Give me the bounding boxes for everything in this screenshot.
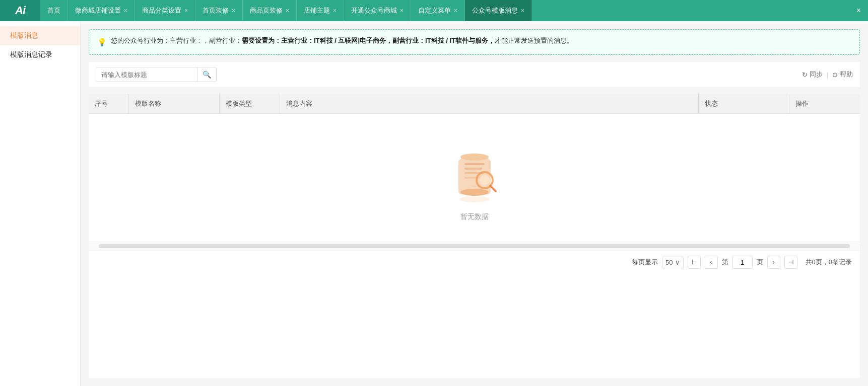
nav-tab-store-theme[interactable]: 店铺主题× <box>297 0 344 21</box>
data-table: 序号模版名称模版类型消息内容状态操作 <box>89 94 860 378</box>
sidebar-item-template-msg[interactable]: 模版消息 <box>0 26 80 45</box>
search-input-wrap: 🔍 <box>96 67 217 82</box>
tab-close-icon[interactable]: × <box>400 7 404 14</box>
notice-highlight: 需要设置为：主营行业：IT科技 / 互联网|电子商务，副营行业：IT科技 / I… <box>242 37 495 44</box>
tab-label: 公众号模版消息 <box>472 6 518 15</box>
main-layout: 模版消息模版消息记录 💡 您的公众号行业为：主营行业：，副营行业：需要设置为：主… <box>0 21 868 386</box>
nav-tab-micro-store[interactable]: 微商城店铺设置× <box>68 0 135 21</box>
tab-label: 商品分类设置 <box>142 6 181 15</box>
empty-icon <box>444 144 505 204</box>
global-close-button[interactable]: × <box>849 0 868 21</box>
logo-text: Ai <box>15 4 25 17</box>
table-col-status: 状态 <box>699 94 789 113</box>
next-page-button[interactable]: › <box>767 256 780 269</box>
tab-label: 店铺主题 <box>304 6 330 15</box>
table-col-index: 序号 <box>89 94 129 113</box>
horizontal-scrollbar[interactable] <box>99 244 850 248</box>
tab-label: 首页 <box>47 6 60 15</box>
empty-text: 暂无数据 <box>460 212 489 221</box>
notice-prefix: 您的公众号行业为：主营行业：，副营行业： <box>111 37 242 44</box>
nav-tab-product-decor[interactable]: 商品页装修× <box>243 0 297 21</box>
tab-close-icon[interactable]: × <box>124 7 127 14</box>
svg-line-11 <box>490 186 496 191</box>
scrollbar-area <box>89 242 860 250</box>
table-col-type: 模版类型 <box>220 94 280 113</box>
empty-state: 暂无数据 <box>89 114 860 242</box>
svg-point-3 <box>460 153 489 161</box>
help-label: 帮助 <box>840 70 853 79</box>
nav-tab-open-mall[interactable]: 开通公众号商城× <box>344 0 411 21</box>
page-size-select[interactable]: 50 ∨ <box>662 257 683 268</box>
page-number-input[interactable] <box>732 256 753 269</box>
nav-tab-category[interactable]: 商品分类设置× <box>135 0 195 21</box>
first-page-button[interactable]: ⊢ <box>688 256 701 269</box>
tab-close-icon[interactable]: × <box>521 7 524 14</box>
sync-icon: ↻ <box>802 71 808 79</box>
svg-point-4 <box>460 189 489 196</box>
table-col-name: 模版名称 <box>129 94 220 113</box>
nav-tab-home-decor[interactable]: 首页装修× <box>195 0 243 21</box>
search-input[interactable] <box>96 68 197 82</box>
content-area: 💡 您的公众号行业为：主营行业：，副营行业：需要设置为：主营行业：IT科技 / … <box>81 21 868 386</box>
notice-icon: 💡 <box>97 36 107 48</box>
chevron-down-icon: ∨ <box>675 259 680 266</box>
tab-close-icon[interactable]: × <box>286 7 289 14</box>
help-button[interactable]: ⊙ 帮助 <box>832 70 853 79</box>
nav-tab-custom-menu[interactable]: 自定义菜单× <box>411 0 465 21</box>
tab-label: 自定义菜单 <box>418 6 451 15</box>
table-header: 序号模版名称模版类型消息内容状态操作 <box>89 94 860 114</box>
sync-button[interactable]: ↻ 同步 <box>802 70 823 79</box>
nav-tab-template-msg[interactable]: 公众号模版消息× <box>465 0 532 21</box>
svg-rect-2 <box>460 157 489 192</box>
table-col-action: 操作 <box>789 94 860 113</box>
page-size-value: 50 <box>665 259 673 266</box>
help-icon: ⊙ <box>832 71 838 79</box>
tab-close-icon[interactable]: × <box>333 7 337 14</box>
nav-tab-home[interactable]: 首页 <box>40 0 68 21</box>
tab-label: 开通公众号商城 <box>351 6 397 15</box>
tab-close-icon[interactable]: × <box>454 7 457 14</box>
tab-label: 首页装修 <box>203 6 229 15</box>
page-size-label: 每页显示 <box>632 258 658 267</box>
tab-label: 商品页装修 <box>250 6 283 15</box>
notice-text: 您的公众号行业为：主营行业：，副营行业：需要设置为：主营行业：IT科技 / 互联… <box>111 36 573 46</box>
nav-tabs: 首页微商城店铺设置×商品分类设置×首页装修×商品页装修×店铺主题×开通公众号商城… <box>40 0 849 21</box>
app-logo: Ai <box>0 0 40 21</box>
search-actions: ↻ 同步 | ⊙ 帮助 <box>802 70 853 79</box>
notice-box: 💡 您的公众号行业为：主营行业：，副营行业：需要设置为：主营行业：IT科技 / … <box>89 29 860 55</box>
tab-close-icon[interactable]: × <box>184 7 188 14</box>
search-icon: 🔍 <box>203 70 211 79</box>
sidebar-item-template-msg-record[interactable]: 模版消息记录 <box>0 45 80 64</box>
top-navigation: Ai 首页微商城店铺设置×商品分类设置×首页装修×商品页装修×店铺主题×开通公众… <box>0 0 868 21</box>
tab-label: 微商城店铺设置 <box>75 6 121 15</box>
prev-page-button[interactable]: ‹ <box>705 256 718 269</box>
pagination: 每页显示 50 ∨ ⊢ ‹ 第 页 › ⊣ 共0页，0条记录 <box>89 250 860 274</box>
svg-point-0 <box>459 196 490 202</box>
svg-rect-6 <box>464 168 482 170</box>
tab-close-icon[interactable]: × <box>232 7 235 14</box>
page-prefix-label: 第 <box>722 258 728 267</box>
last-page-button[interactable]: ⊣ <box>784 256 797 269</box>
search-button[interactable]: 🔍 <box>197 67 216 82</box>
total-records-label: 共0页，0条记录 <box>806 258 852 267</box>
action-divider: | <box>827 71 828 79</box>
search-bar: 🔍 ↻ 同步 | ⊙ 帮助 <box>89 62 860 87</box>
svg-rect-5 <box>464 163 485 165</box>
sidebar: 模版消息模版消息记录 <box>0 21 81 386</box>
notice-suffix: 才能正常发送预置的消息。 <box>495 37 573 44</box>
table-col-content: 消息内容 <box>280 94 699 113</box>
page-suffix-label: 页 <box>757 258 763 267</box>
svg-point-10 <box>480 175 490 185</box>
sync-label: 同步 <box>810 70 823 79</box>
